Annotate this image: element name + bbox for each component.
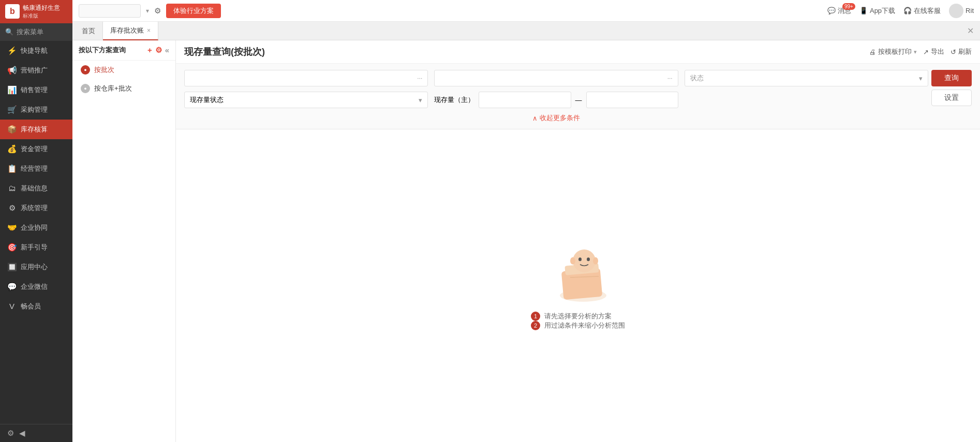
- svg-point-5: [587, 258, 590, 261]
- search-icon: 🔍: [5, 28, 13, 36]
- empty-state: 1 请先选择要分析的方案2 用过滤条件来缩小分析范围: [176, 129, 980, 442]
- svg-point-4: [578, 258, 582, 261]
- sidebar-item-purchase[interactable]: 🛒 采购管理: [0, 100, 72, 120]
- status-select[interactable]: 状态 ▾: [685, 70, 928, 86]
- collapse-icon: ∧: [532, 114, 538, 122]
- print-btn[interactable]: 🖨 按模板打印 ▾: [869, 47, 917, 56]
- inventory-qty-separator: —: [575, 96, 582, 104]
- tab-inventory-batch[interactable]: 库存批次账 ×: [103, 22, 158, 40]
- scheme-settings-icon[interactable]: ⚙: [155, 46, 162, 55]
- topbar-dropdown-icon[interactable]: ▾: [146, 7, 149, 14]
- sidebar: b 畅康通好生意 标准版 🔍 搜索菜单 ⚡ 快捷导航📢 营销推广📊 销售管理🛒 …: [0, 0, 72, 442]
- status-field: 状态 ▾: [685, 70, 928, 86]
- inventory-status-arrow-icon: ▾: [419, 96, 422, 104]
- sidebar-item-inventory[interactable]: 📦 库存核算: [0, 120, 72, 139]
- sidebar-item-enterprise[interactable]: 🤝 企业协同: [0, 218, 72, 238]
- status-select-value: 状态: [690, 73, 704, 83]
- warehouse-batch-scheme-icon: ●: [81, 84, 90, 93]
- sidebar-item-finance[interactable]: 💰 资金管理: [0, 139, 72, 159]
- inventory-icon: 📦: [7, 125, 17, 134]
- sidebar-item-app[interactable]: 🔲 应用中心: [0, 257, 72, 277]
- app-download-btn[interactable]: 📱 App下载: [859, 6, 895, 16]
- main-area: ▾ ⚙ 体验行业方案 💬 消息 99+ 📱 App下载 🎧 在线客服 Rit: [72, 0, 980, 442]
- inventory-qty-min-input[interactable]: [479, 92, 571, 108]
- sidebar-item-guide[interactable]: 🎯 新手引导: [0, 238, 72, 257]
- app-download-icon: 📱: [859, 7, 868, 14]
- sidebar-item-quick-nav[interactable]: ⚡ 快捷导航: [0, 41, 72, 61]
- inventory-status-field: 现存量状态 ▾: [184, 92, 428, 108]
- export-label: 导出: [931, 47, 944, 56]
- svg-point-6: [570, 257, 575, 264]
- scheme-item-batch[interactable]: ● 按批次: [72, 61, 175, 79]
- sidebar-item-member[interactable]: V 畅会员: [0, 297, 72, 316]
- topbar-search-input[interactable]: [79, 4, 141, 18]
- message-btn[interactable]: 💬 消息 99+: [827, 6, 851, 16]
- sidebar-item-wechat[interactable]: 💬 企业微信: [0, 277, 72, 297]
- print-label: 按模板打印: [878, 47, 912, 56]
- query-actions: 🖨 按模板打印 ▾ ↗ 导出 ↺ 刷新: [869, 47, 972, 56]
- sidebar-item-sales[interactable]: 📊 销售管理: [0, 80, 72, 100]
- left-scheme-panel: 按以下方案查询 + ⚙ « ● 按批次● 按仓库+批次: [72, 40, 176, 442]
- tabs-bar: 首页 库存批次账 × ✕: [72, 22, 980, 40]
- basics-icon: 🗂: [7, 184, 17, 193]
- filter-row-1: ··· ··· 状态 ▾: [184, 70, 928, 86]
- batch-scheme-label: 按批次: [94, 65, 114, 75]
- tab-inventory-batch-label: 库存批次账: [110, 26, 144, 35]
- export-icon: ↗: [923, 48, 929, 56]
- sales-label: 销售管理: [21, 85, 48, 95]
- content-area: 按以下方案查询 + ⚙ « ● 按批次● 按仓库+批次 现存量查询(按批次): [72, 40, 980, 442]
- sidebar-item-basics[interactable]: 🗂 基础信息: [0, 179, 72, 198]
- sidebar-search[interactable]: 🔍 搜索菜单: [0, 23, 72, 41]
- settings-icon[interactable]: ⚙: [7, 429, 14, 438]
- refresh-btn[interactable]: ↺ 刷新: [951, 47, 972, 56]
- message-badge: 99+: [842, 3, 855, 10]
- topbar: ▾ ⚙ 体验行业方案 💬 消息 99+ 📱 App下载 🎧 在线客服 Rit: [72, 0, 980, 22]
- scheme-item-warehouse-batch[interactable]: ● 按仓库+批次: [72, 79, 175, 98]
- topbar-right: 💬 消息 99+ 📱 App下载 🎧 在线客服 Rit: [827, 4, 974, 18]
- page-title: 现存量查询(按批次): [184, 46, 265, 58]
- filter-buttons: 查询 设置: [931, 70, 972, 106]
- add-scheme-icon[interactable]: +: [147, 46, 152, 55]
- warehouse-input[interactable]: ···: [184, 70, 428, 86]
- refresh-label: 刷新: [958, 47, 972, 56]
- warehouse-more-icon[interactable]: ···: [417, 75, 422, 82]
- settings-btn[interactable]: 设置: [931, 90, 972, 106]
- online-service-btn[interactable]: 🎧 在线客服: [903, 6, 941, 16]
- export-btn[interactable]: ↗ 导出: [923, 47, 944, 56]
- step-num-2: 2: [531, 321, 540, 330]
- service-icon: 🎧: [903, 7, 912, 14]
- print-icon: 🖨: [869, 48, 876, 56]
- brand-text: 畅康通好生意 标准版: [23, 4, 60, 19]
- refresh-icon: ↺: [951, 48, 956, 56]
- print-dropdown-icon[interactable]: ▾: [914, 49, 917, 55]
- filter-section: ··· ··· 状态 ▾: [176, 64, 980, 129]
- sidebar-footer: ⚙ ◀: [0, 424, 72, 442]
- purchase-icon: 🛒: [7, 105, 17, 114]
- inventory-status-select[interactable]: 现存量状态 ▾: [184, 92, 428, 108]
- tab-home[interactable]: 首页: [75, 22, 103, 40]
- product-more-icon[interactable]: ···: [667, 75, 673, 82]
- product-input[interactable]: ···: [434, 70, 678, 86]
- collapse-panel-icon[interactable]: «: [165, 46, 169, 55]
- svg-point-3: [573, 249, 596, 272]
- topbar-gear-icon[interactable]: ⚙: [154, 6, 161, 16]
- close-all-tabs-btn[interactable]: ✕: [963, 26, 978, 36]
- experience-btn[interactable]: 体验行业方案: [166, 4, 221, 18]
- query-btn[interactable]: 查询: [931, 70, 972, 86]
- step-text-2: 用过滤条件来缩小分析范围: [544, 321, 625, 330]
- sidebar-item-operation[interactable]: 📋 经营管理: [0, 159, 72, 179]
- sidebar-item-marketing[interactable]: 📢 营销推广: [0, 61, 72, 80]
- inventory-status-label: 现存量状态: [190, 95, 224, 105]
- collapse-sidebar-icon[interactable]: ◀: [19, 429, 25, 438]
- tab-close-icon[interactable]: ×: [147, 27, 151, 34]
- inventory-qty-max-input[interactable]: [586, 92, 678, 108]
- collapse-more-btn[interactable]: ∧ 收起更多条件: [184, 113, 928, 123]
- warehouse-field: ···: [184, 70, 428, 86]
- user-avatar[interactable]: Rit: [949, 4, 974, 18]
- message-icon: 💬: [827, 7, 836, 14]
- online-service-label: 在线客服: [914, 6, 941, 16]
- purchase-label: 采购管理: [21, 105, 48, 114]
- basics-label: 基础信息: [21, 184, 48, 193]
- sidebar-item-system[interactable]: ⚙ 系统管理: [0, 198, 72, 218]
- inventory-qty-label: 现存量（主）: [434, 95, 474, 105]
